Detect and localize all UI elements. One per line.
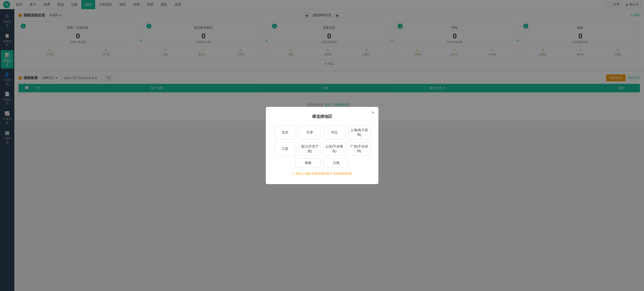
region-zhejiang[interactable]: 浙江(不含宁波): [299, 142, 321, 156]
region-guangdong[interactable]: 广东(不含深圳): [348, 142, 370, 156]
region-row-1: 北京 天津 河北 上海(电子税局): [274, 126, 370, 139]
region-jiangsu[interactable]: 江苏: [274, 142, 296, 156]
warning-text: 除以上地区外其他地区暂不支持报税检查!: [296, 172, 352, 176]
modal-warning: ⓘ 除以上地区外其他地区暂不支持报税检查!: [274, 172, 370, 176]
region-tianjin[interactable]: 天津: [299, 126, 321, 139]
modal-overlay[interactable]: ✕ 请选择地区 北京 天津 河北 上海(电子税局) 江苏 浙江(不含宁波) 山东…: [0, 0, 644, 291]
region-beijing[interactable]: 北京: [274, 126, 296, 139]
region-hebei[interactable]: 河北: [323, 126, 346, 139]
region-modal: ✕ 请选择地区 北京 天津 河北 上海(电子税局) 江苏 浙江(不含宁波) 山东…: [266, 107, 378, 184]
region-shandong[interactable]: 山东(不含青岛): [323, 142, 346, 156]
region-yunnan[interactable]: 云南: [323, 158, 349, 167]
region-shanghai[interactable]: 上海(电子税局): [348, 126, 370, 139]
region-row-3: 海南 云南: [274, 158, 370, 167]
region-row-2: 江苏 浙江(不含宁波) 山东(不含青岛) 广东(不含深圳): [274, 142, 370, 156]
modal-title: 请选择地区: [274, 114, 370, 119]
region-hainan[interactable]: 海南: [295, 158, 321, 167]
modal-close-button[interactable]: ✕: [371, 110, 375, 116]
warning-icon: ⓘ: [292, 172, 295, 176]
